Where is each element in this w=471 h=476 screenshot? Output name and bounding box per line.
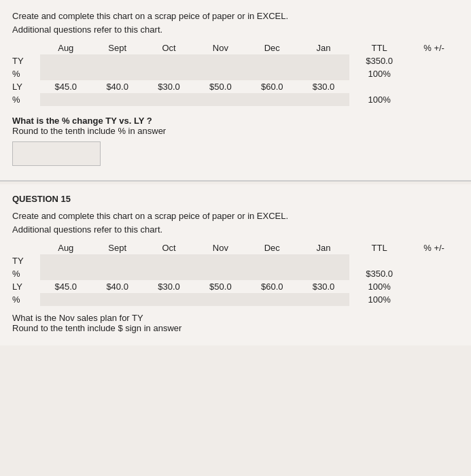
cell-pct1-jan-1 [298, 67, 349, 80]
cell-ly-ttl-2: 100% [349, 280, 409, 293]
cell-pct2-oct-1 [143, 93, 195, 106]
row-label-pct2-2: % [12, 293, 40, 306]
table-row: % 100% [12, 67, 459, 80]
chart-area-1: Aug Sept Oct Nov Dec Jan TTL % +/- TY [12, 41, 459, 106]
cell-ly-dec-2: $60.0 [246, 280, 298, 293]
instructions-2: Create and complete this chart on a scra… [12, 209, 459, 236]
section-1: Create and complete this chart on a scra… [0, 0, 471, 182]
col-aug-1: Aug [40, 41, 92, 54]
cell-pct1-sept-1 [92, 67, 143, 80]
cell-pct2-nov-1 [194, 93, 246, 106]
col-oct-1: Oct [143, 41, 195, 54]
cell-ty-nov-1 [194, 54, 246, 67]
cell-ly-oct-2: $30.0 [143, 280, 195, 293]
column-header-row-1: Aug Sept Oct Nov Dec Jan TTL % +/- [12, 41, 459, 54]
chart-table-1: Aug Sept Oct Nov Dec Jan TTL % +/- TY [12, 41, 459, 106]
col-sept-2: Sept [92, 241, 143, 254]
question-area-1: What is the % change TY vs. LY ? Round t… [12, 116, 459, 168]
question-text-1: What is the % change TY vs. LY ? [12, 116, 459, 126]
instructions-1: Create and complete this chart on a scra… [12, 10, 459, 36]
cell-ty-pctpm-2 [409, 254, 459, 267]
cell-pct1-ttl-2: $350.0 [349, 267, 409, 280]
cell-ty-nov-2 [194, 254, 246, 267]
row-label-pct2-1: % [12, 93, 40, 106]
table-row: LY $45.0 $40.0 $30.0 $50.0 $60.0 $30.0 [12, 80, 459, 93]
cell-ty-pct-1 [409, 54, 459, 67]
cell-ly-jan-2: $30.0 [298, 280, 349, 293]
row-label-ty-1: TY [12, 54, 40, 67]
cell-ty-dec-2 [246, 254, 298, 267]
cell-pct2-jan-1 [298, 93, 349, 106]
row-label-ly-2: LY [12, 280, 40, 293]
cell-pct2-pct-1 [409, 93, 459, 106]
cell-ly-dec-1: $60.0 [246, 80, 298, 93]
cell-ty-sept-2 [92, 254, 143, 267]
cell-pct1-oct-2 [143, 267, 195, 280]
cell-pct1-ttl-1: 100% [349, 67, 409, 80]
cell-pct1-nov-1 [194, 67, 246, 80]
cell-pct1-pct-1 [409, 67, 459, 80]
cell-pct2-sept-1 [92, 93, 143, 106]
cell-pct2-dec-2 [246, 293, 298, 306]
cell-ty-oct-1 [143, 54, 195, 67]
chart-area-2: Aug Sept Oct Nov Dec Jan TTL % +/- TY [12, 241, 459, 306]
cell-pct1-jan-2 [298, 267, 349, 280]
row-label-ly-1: LY [12, 80, 40, 93]
cell-pct2-aug-2 [40, 293, 92, 306]
cell-pct2-nov-2 [194, 293, 246, 306]
row-label-pct1-1: % [12, 67, 40, 80]
cell-ly-nov-1: $50.0 [194, 80, 246, 93]
answer-input-1[interactable] [12, 141, 101, 166]
cell-pct2-dec-1 [246, 93, 298, 106]
cell-pct1-dec-1 [246, 67, 298, 80]
cell-ly-nov-2: $50.0 [194, 280, 246, 293]
table-row: TY [12, 254, 459, 267]
col-aug-2: Aug [40, 241, 92, 254]
cell-ty-ttl-1: $350.0 [349, 54, 409, 67]
cell-pct1-aug-1 [40, 67, 92, 80]
cell-ty-sept-1 [92, 54, 143, 67]
cell-pct2-ttl-note-2: 100% [349, 293, 409, 306]
cell-ly-pct-2 [409, 280, 459, 293]
cell-pct2-pct-2 [409, 293, 459, 306]
col-nov-2: Nov [194, 241, 246, 254]
question-area-2: What is the Nov sales plan for TY Round … [12, 313, 459, 333]
instructions-line1-2: Create and complete this chart on a scra… [12, 209, 459, 223]
cell-ly-oct-1: $30.0 [143, 80, 195, 93]
cell-ty-jan-1 [298, 54, 349, 67]
cell-ly-jan-1: $30.0 [298, 80, 349, 93]
col-empty-2 [12, 241, 40, 254]
cell-ly-sept-1: $40.0 [92, 80, 143, 93]
cell-ly-pct-1 [409, 80, 459, 93]
col-sept-1: Sept [92, 41, 143, 54]
sub-question-text-2: Round to the tenth include $ sign in ans… [12, 323, 459, 333]
table-row: % $350.0 [12, 267, 459, 280]
cell-ly-aug-2: $45.0 [40, 280, 92, 293]
cell-pct1-aug-2 [40, 267, 92, 280]
section-2: QUESTION 15 Create and complete this cha… [0, 184, 471, 345]
col-dec-1: Dec [246, 41, 298, 54]
col-nov-1: Nov [194, 41, 246, 54]
col-jan-2: Jan [298, 241, 349, 254]
col-jan-1: Jan [298, 41, 349, 54]
sub-question-text-1: Round to the tenth include % in answer [12, 126, 459, 136]
row-label-pct1-2: % [12, 267, 40, 280]
cell-pct1-sept-2 [92, 267, 143, 280]
cell-ty-aug-2 [40, 254, 92, 267]
cell-pct2-sept-2 [92, 293, 143, 306]
chart-table-2: Aug Sept Oct Nov Dec Jan TTL % +/- TY [12, 241, 459, 306]
question-number-2: QUESTION 15 [12, 194, 459, 204]
col-ttl-2: TTL [349, 241, 409, 254]
cell-pct1-nov-2 [194, 267, 246, 280]
cell-pct2-aug-1 [40, 93, 92, 106]
cell-pct1-pct-2 [409, 267, 459, 280]
instructions-line2: Additional questions refer to this chart… [12, 23, 459, 37]
cell-pct2-jan-2 [298, 293, 349, 306]
column-header-row-2: Aug Sept Oct Nov Dec Jan TTL % +/- [12, 241, 459, 254]
cell-pct2-ttl-1: 100% [349, 93, 409, 106]
col-pct-1: % +/- [409, 41, 459, 54]
instructions-line2-2: Additional questions refer to this chart… [12, 223, 459, 237]
cell-ty-oct-2 [143, 254, 195, 267]
cell-ty-ttl-2 [349, 254, 409, 267]
col-empty-1 [12, 41, 40, 54]
